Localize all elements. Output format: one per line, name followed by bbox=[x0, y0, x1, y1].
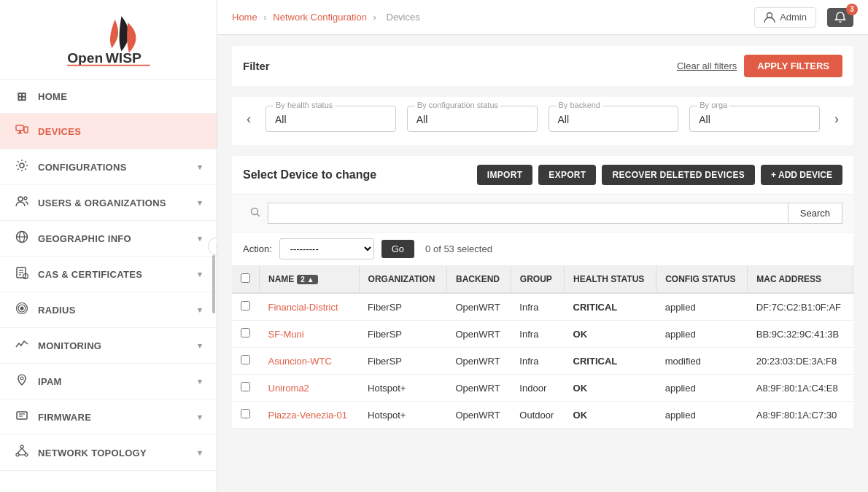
action-row: Action: --------- Go 0 of 53 selected bbox=[232, 233, 853, 266]
row-organization: FiberSP bbox=[359, 348, 446, 375]
breadcrumb-network-config[interactable]: Network Configuration bbox=[273, 12, 367, 23]
filter-fields: ‹ By health status All By configuration … bbox=[232, 97, 853, 145]
organization-column-header: ORGANIZATION bbox=[359, 266, 446, 293]
search-input[interactable] bbox=[268, 203, 788, 224]
chevron-down-icon: ▾ bbox=[198, 448, 202, 458]
sidebar-item-firmware[interactable]: FIRMWARE ▾ bbox=[0, 399, 217, 435]
notification-button[interactable]: 3 bbox=[827, 8, 853, 27]
group-column-header: GROUP bbox=[511, 266, 564, 293]
device-link[interactable]: Asuncion-WTC bbox=[268, 356, 332, 367]
row-name: Uniroma2 bbox=[260, 375, 360, 402]
row-name: Financial-District bbox=[260, 293, 360, 321]
search-button[interactable]: Search bbox=[788, 203, 842, 224]
chevron-down-icon: ▾ bbox=[198, 163, 202, 172]
table-row: Piazza-Venezia-01 Hotspot+ OpenWRT Outdo… bbox=[232, 402, 853, 429]
row-organization: Hotspot+ bbox=[359, 375, 446, 402]
sidebar-item-network-topology[interactable]: NETWORK TOPOLOGY ▾ bbox=[0, 435, 217, 471]
row-checkbox[interactable] bbox=[241, 301, 250, 311]
globe-icon bbox=[15, 230, 29, 246]
sidebar-item-cas-certs[interactable]: CAS & CERTIFICATES ▾ bbox=[0, 257, 217, 292]
device-link[interactable]: SF-Muni bbox=[268, 329, 304, 340]
filter-backend-label: By backend bbox=[557, 101, 602, 109]
device-link[interactable]: Financial-District bbox=[268, 302, 338, 313]
row-name: Asuncion-WTC bbox=[260, 348, 360, 375]
topology-icon bbox=[15, 445, 29, 461]
sidebar-item-users-orgs[interactable]: USERS & ORGANIZATIONS ▾ bbox=[0, 185, 217, 221]
home-icon: ⊞ bbox=[15, 90, 29, 104]
row-organization: FiberSP bbox=[359, 293, 446, 321]
table-row: SF-Muni FiberSP OpenWRT Infra OK applied… bbox=[232, 321, 853, 348]
filter-prev-button[interactable]: ‹ bbox=[243, 108, 255, 130]
selected-info: 0 of 53 selected bbox=[425, 243, 492, 254]
sidebar-item-geographic[interactable]: GEOGRAPHIC INFO ▾ bbox=[0, 221, 217, 257]
breadcrumb-home[interactable]: Home bbox=[232, 12, 257, 23]
filter-orga-label: By orga bbox=[697, 101, 729, 109]
row-name: SF-Muni bbox=[260, 321, 360, 348]
table-row: Asuncion-WTC FiberSP OpenWRT Infra CRITI… bbox=[232, 348, 853, 375]
filter-next-button[interactable]: › bbox=[831, 108, 842, 130]
sidebar-item-devices[interactable]: DEVICES bbox=[0, 114, 217, 149]
main-content: Home › Network Configuration › Devices A… bbox=[217, 0, 868, 492]
action-select[interactable]: --------- bbox=[279, 238, 374, 259]
sidebar-item-label: USERS & ORGANIZATIONS bbox=[38, 198, 166, 208]
sidebar-item-label: CAS & CERTIFICATES bbox=[38, 269, 142, 280]
row-checkbox-cell bbox=[232, 375, 260, 402]
filter-orga[interactable]: By orga All bbox=[689, 106, 820, 132]
sort-badge: 2 ▲ bbox=[297, 275, 317, 284]
svg-point-8 bbox=[20, 163, 24, 168]
filter-backend[interactable]: By backend All bbox=[549, 106, 679, 132]
breadcrumb: Home › Network Configuration › Devices bbox=[232, 12, 424, 23]
svg-rect-23 bbox=[17, 412, 27, 419]
firmware-icon bbox=[15, 409, 29, 425]
svg-text:WISP: WISP bbox=[105, 50, 141, 66]
row-checkbox[interactable] bbox=[241, 328, 250, 337]
scroll-indicator bbox=[212, 233, 215, 492]
row-health-status: CRITICAL bbox=[565, 348, 656, 375]
add-device-button[interactable]: + ADD DEVICE bbox=[761, 165, 842, 185]
users-icon bbox=[15, 195, 29, 211]
header-right: Admin 3 bbox=[754, 7, 853, 28]
apply-filters-button[interactable]: APPLY FILTERS bbox=[744, 55, 842, 77]
svg-line-35 bbox=[257, 214, 260, 217]
chevron-down-icon: ▾ bbox=[198, 198, 202, 208]
svg-point-19 bbox=[20, 307, 24, 311]
svg-text:Open: Open bbox=[67, 50, 103, 66]
sidebar-item-ipam[interactable]: IPAM ▾ bbox=[0, 364, 217, 399]
filter-title: Filter bbox=[243, 60, 270, 72]
recover-deleted-button[interactable]: RECOVER DELETED DEVICES bbox=[602, 165, 755, 185]
select-all-checkbox[interactable] bbox=[241, 273, 250, 283]
row-checkbox[interactable] bbox=[241, 355, 250, 364]
import-button[interactable]: IMPORT bbox=[477, 165, 532, 185]
clear-filters-button[interactable]: Clear all filters bbox=[677, 60, 737, 71]
sidebar-item-label: MONITORING bbox=[38, 340, 101, 351]
row-checkbox[interactable] bbox=[241, 409, 250, 418]
sidebar-item-label: RADIUS bbox=[38, 305, 76, 316]
row-mac-address: DF:7C:C2:B1:0F:AF bbox=[748, 293, 853, 321]
sidebar-item-radius[interactable]: RADIUS ▾ bbox=[0, 292, 217, 328]
admin-button[interactable]: Admin bbox=[754, 7, 816, 28]
go-button[interactable]: Go bbox=[381, 240, 414, 258]
sidebar-item-home[interactable]: ⊞ HOME bbox=[0, 80, 217, 114]
filter-config-status[interactable]: By configuration status All bbox=[407, 106, 538, 132]
health-status-column-header: HEALTH STATUS bbox=[565, 266, 656, 293]
device-link[interactable]: Uniroma2 bbox=[268, 383, 309, 394]
row-health-status: OK bbox=[565, 321, 656, 348]
backend-column-header: BACKEND bbox=[447, 266, 511, 293]
svg-point-9 bbox=[18, 197, 23, 201]
sidebar-item-label: FIRMWARE bbox=[38, 412, 91, 423]
row-backend: OpenWRT bbox=[447, 321, 511, 348]
device-link[interactable]: Piazza-Venezia-01 bbox=[268, 410, 347, 421]
row-mac-address: BB:9C:32:9C:41:3B bbox=[748, 321, 853, 348]
row-backend: OpenWRT bbox=[447, 402, 511, 429]
sidebar-item-configurations[interactable]: CONFIGURATIONS ▾ bbox=[0, 149, 217, 185]
row-group: Indoor bbox=[511, 375, 564, 402]
row-mac-address: A8:9F:80:1A:C4:E8 bbox=[748, 375, 853, 402]
filter-config-label: By configuration status bbox=[415, 101, 500, 109]
row-organization: Hotspot+ bbox=[359, 402, 446, 429]
export-button[interactable]: EXPORT bbox=[538, 165, 596, 185]
name-column-header[interactable]: NAME 2 ▲ bbox=[260, 266, 360, 293]
sidebar-item-monitoring[interactable]: MONITORING ▾ bbox=[0, 328, 217, 364]
filter-health-status[interactable]: By health status All bbox=[266, 106, 396, 132]
row-checkbox[interactable] bbox=[241, 382, 250, 391]
sidebar-item-label: DEVICES bbox=[38, 126, 81, 137]
